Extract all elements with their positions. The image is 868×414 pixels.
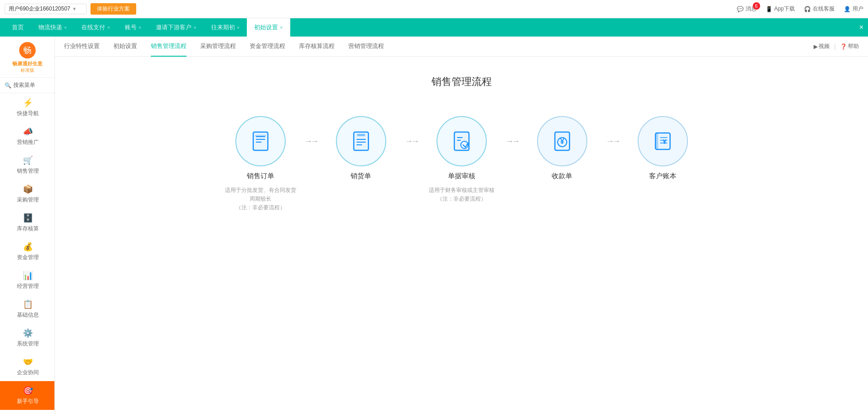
nav-tab-account[interactable]: 账号 × [117,18,149,37]
sidebar-item-basic[interactable]: 📋 基础信息 [0,295,54,324]
message-item[interactable]: 💬 消息 6 [737,5,756,13]
flow-step-title: 销售订单 [247,172,274,180]
flow-circle-sales-order[interactable] [235,116,286,166]
sidebar-item-enterprise[interactable]: 🤝 企业协同 [0,352,54,381]
sidebar-item-label: 快捷导航 [17,110,39,117]
flow-step-delivery: 销货单 [325,116,398,186]
guide-icon: 🎯 [23,386,33,396]
service-label: 在线客服 [813,5,835,13]
svg-rect-22 [655,133,658,149]
basic-icon: 📋 [23,299,33,309]
top-bar-right: 💬 消息 6 📱 App下载 🎧 在线客服 👤 用户 [737,5,863,13]
sidebar: 畅 畅康通好生意 标准版 🔍 搜索菜单 ⚡ 快捷导航 📣 营销推广 🛒 销售管理… [0,37,55,414]
flow-step-desc: 适用于财务审核或主管审核（注：非必要流程） [429,186,495,203]
sidebar-item-system[interactable]: ⚙️ 系统管理 [0,324,54,352]
video-icon: ▶ [814,43,818,50]
flow-arrow: →→ [599,116,626,146]
sidebar-search[interactable]: 🔍 搜索菜单 [0,78,54,93]
enterprise-icon: 🤝 [23,357,33,367]
sidebar-item-finance[interactable]: 💰 资金管理 [0,237,54,266]
flow-step-sales-order: 销售订单 适用于分批发货、有合同发货周期较长（注：非必要流程） [224,116,297,212]
content-tab-purchase-flow[interactable]: 采购管理流程 [200,37,236,57]
sidebar-item-purchase[interactable]: 📦 采购管理 [0,180,54,208]
content-tab-finance-flow[interactable]: 资金管理流程 [250,37,285,57]
close-icon[interactable]: × [280,25,282,30]
flow-arrow: →→ [398,116,425,146]
operation-icon: 📊 [23,271,33,281]
flow-arrow: →→ [297,116,325,146]
nav-tab-invite-label: 邀请下游客户 [156,23,192,32]
flow-circle-delivery[interactable] [336,116,386,166]
sidebar-item-label: 经营管理 [17,282,39,290]
nav-tab-payment[interactable]: 在线支付 × [74,18,117,37]
content-tab-init[interactable]: 初始设置 [113,37,137,57]
close-icon[interactable]: × [107,25,110,30]
content-tab-purchase-flow-label: 采购管理流程 [200,42,236,50]
user-select[interactable]: 用户690企业1660120507 ▼ [5,4,87,14]
close-icon[interactable]: × [237,25,240,30]
flow-step-ledger: ¥ 客户账本 [626,116,699,186]
service-icon: 🎧 [804,6,811,12]
nav-tab-period[interactable]: 往来期初 × [204,18,247,37]
content-tab-industry[interactable]: 行业特性设置 [64,37,100,57]
content-tab-inventory-flow-label: 库存核算流程 [299,42,335,50]
nav-tab-home[interactable]: 首页 [5,18,31,37]
flow-step-title: 单据审核 [448,172,475,180]
system-icon: ⚙️ [23,328,33,338]
nav-close-button[interactable]: × [859,23,863,32]
nav-tab-invite[interactable]: 邀请下游客户 × [149,18,203,37]
content-tab-industry-label: 行业特性设置 [64,42,100,50]
svg-text:畅: 畅 [23,46,32,55]
content-header-right: ▶ 视频 | ❓ 帮助 [814,42,859,50]
close-icon[interactable]: × [193,25,196,30]
nav-tab-account-label: 账号 [125,23,137,32]
nav-tab-init[interactable]: 初始设置 × [247,18,290,37]
flow-step-audit: 单据审核 适用于财务审核或主管审核（注：非必要流程） [425,116,498,203]
flow-circle-receipt[interactable]: ¥ [537,116,587,166]
purchase-icon: 📦 [23,184,33,194]
app-download-item[interactable]: 📱 App下载 [766,5,795,13]
flow-title: 销售管理流程 [64,75,859,89]
sidebar-item-operation[interactable]: 📊 经营管理 [0,266,54,295]
flow-circle-ledger[interactable]: ¥ [638,116,688,166]
sidebar-item-inventory[interactable]: 🗄️ 库存核算 [0,208,54,237]
content-tab-marketing-flow[interactable]: 营销管理流程 [348,37,384,57]
service-item[interactable]: 🎧 在线客服 [804,5,835,13]
user-item[interactable]: 👤 用户 [844,5,863,13]
content-tab-sales-flow[interactable]: 销售管理流程 [151,37,186,57]
video-label: 视频 [819,42,830,50]
logo-sub: 标准版 [21,67,34,74]
flow-arrow: →→ [498,116,526,146]
layout: 畅 畅康通好生意 标准版 🔍 搜索菜单 ⚡ 快捷导航 📣 营销推广 🛒 销售管理… [0,37,868,414]
sidebar-item-guide[interactable]: 🎯 新手引导 [0,381,54,410]
message-icon: 💬 [737,6,744,12]
close-icon[interactable]: × [64,25,67,30]
trial-button[interactable]: 体验行业方案 [91,3,136,15]
close-icon[interactable]: × [138,25,141,30]
top-bar: 用户690企业1660120507 ▼ 体验行业方案 💬 消息 6 📱 App下… [0,0,868,18]
flow-circle-audit[interactable] [437,116,487,166]
flow-step-title: 客户账本 [649,172,676,180]
sidebar-item-marketing[interactable]: 📣 营销推广 [0,122,54,151]
sidebar-item-label: 销售管理 [17,167,39,175]
video-link[interactable]: ▶ 视频 [814,42,830,50]
chevron-down-icon: ▼ [72,6,77,11]
content-tab-inventory-flow[interactable]: 库存核算流程 [299,37,335,57]
logo-text: 畅康通好生意 [12,60,43,67]
search-label: 搜索菜单 [13,81,35,89]
help-icon: ❓ [840,43,847,50]
sidebar-item-quick-nav[interactable]: ⚡ 快捷导航 [0,93,54,122]
content-tab-marketing-flow-label: 营销管理流程 [348,42,384,50]
app-label: App下载 [774,5,795,13]
sidebar-item-apps[interactable]: 🔲 应用中心 [0,410,54,414]
sidebar-item-label: 采购管理 [17,196,39,204]
sidebar-item-label: 新手引导 [17,398,39,405]
sidebar-logo: 畅 畅康通好生意 标准版 [0,37,54,78]
nav-tab-home-label: 首页 [12,23,24,32]
sidebar-item-sales[interactable]: 🛒 销售管理 [0,151,54,180]
help-label: 帮助 [848,42,859,50]
nav-tab-period-label: 往来期初 [211,23,235,32]
marketing-icon: 📣 [23,127,33,137]
nav-tab-logistics[interactable]: 物流快递 × [31,18,74,37]
help-link[interactable]: ❓ 帮助 [840,42,859,50]
